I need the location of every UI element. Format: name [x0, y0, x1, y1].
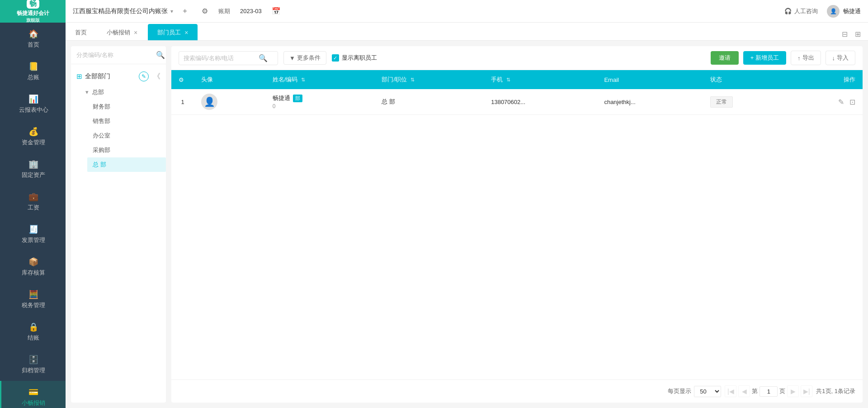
status-badge: 正常 — [710, 96, 733, 108]
company-dropdown-icon[interactable]: ▾ — [170, 8, 173, 14]
tab-minimize-icon[interactable]: ⊟ — [840, 28, 849, 40]
prev-page-button[interactable]: ◀ — [738, 385, 750, 397]
sidebar-item-home[interactable]: 🏠 首页 — [0, 23, 66, 55]
sidebar-item-funds[interactable]: 💰 资金管理 — [0, 120, 66, 153]
tab-expand-icon[interactable]: ⊞ — [853, 28, 863, 40]
sidebar-label-funds: 资金管理 — [22, 138, 45, 147]
tax-icon: 🧮 — [28, 289, 38, 299]
emp-dept: 总 部 — [382, 98, 395, 105]
next-page-button[interactable]: ▶ — [787, 385, 799, 397]
row-num-value: 1 — [181, 99, 184, 105]
sidebar-label-salary: 工资 — [28, 204, 39, 212]
dept-root-item[interactable]: ⊞ 全部部门 ✎ 《 — [71, 68, 166, 85]
dept-item-hq[interactable]: ▾ 总部 — [80, 85, 166, 100]
export-label: 导出 — [802, 54, 814, 62]
table-body: 1 👤 畅捷通 部 — [171, 89, 863, 115]
show-resigned-toggle[interactable]: ✓ 显示离职员工 — [332, 54, 377, 62]
col-settings[interactable]: ⚙ — [171, 70, 194, 89]
dept-item-finance[interactable]: 财务部 — [87, 100, 166, 114]
page-content: 🔍 ⊞ 全部部门 ✎ 《 ▾ 总部 — [66, 41, 868, 408]
sidebar-item-tax[interactable]: 🧮 税务管理 — [0, 283, 66, 316]
dept-finance-label: 财务部 — [93, 103, 110, 110]
sidebar-label-close: 结账 — [28, 334, 39, 342]
dept-item-general[interactable]: 总 部 — [87, 157, 166, 172]
logout-employee-button[interactable]: ⊡ — [849, 98, 855, 106]
dept-edit-icon[interactable]: ✎ — [139, 71, 149, 81]
tab-dept[interactable]: 部门员工 × — [148, 24, 198, 40]
edit-employee-button[interactable]: ✎ — [838, 98, 844, 106]
emp-search-input[interactable] — [184, 55, 256, 62]
dept-search-icon[interactable]: 🔍 — [156, 51, 165, 59]
service-label: 人工咨询 — [794, 7, 818, 15]
sidebar-item-inventory[interactable]: 📦 库存核算 — [0, 251, 66, 283]
invite-button[interactable]: 邀请 — [711, 51, 739, 65]
dept-collapse-icon[interactable]: 《 — [153, 72, 160, 81]
row-status-cell: 正常 — [703, 89, 789, 115]
dept-children: ▾ 总部 财务部 销售部 办公室 — [71, 85, 166, 172]
sidebar-label-home: 首页 — [28, 41, 39, 49]
filter-label: 更多条件 — [297, 54, 321, 62]
page-nav: |◀ ◀ 第 页 ▶ ▶| — [725, 385, 812, 397]
col-name-label: 姓名/编码 — [273, 76, 298, 83]
sidebar-item-expense[interactable]: 💳 小畅报销 — [0, 381, 66, 408]
dept-search-input[interactable] — [76, 52, 152, 58]
row-dept-cell: 总 部 — [374, 89, 484, 115]
dept-item-office[interactable]: 办公室 — [87, 128, 166, 143]
settings-icon[interactable]: ⚙ — [198, 5, 211, 18]
tabs-bar: 首页 小畅报销 × 部门员工 × ⊟ ⊞ — [66, 23, 868, 41]
col-dept-label: 部门/职位 — [382, 76, 407, 83]
page-size-selector: 每页显示 10 20 50 100 — [668, 386, 721, 397]
sidebar-item-invoice[interactable]: 🧾 发票管理 — [0, 218, 66, 251]
add-tab-button[interactable]: ＋ — [179, 5, 191, 18]
user-name: 畅捷通 — [843, 7, 861, 15]
col-settings-icon[interactable]: ⚙ — [179, 76, 184, 83]
sidebar-label-expense: 小畅报销 — [22, 399, 45, 407]
filter-button[interactable]: ▼ 更多条件 — [283, 51, 326, 65]
dept-sub-children: 财务部 销售部 办公室 采购部 — [80, 100, 166, 172]
col-name[interactable]: 姓名/编码 ⇅ — [265, 70, 375, 89]
page-total-info: 共1页, 1条记录 — [816, 387, 855, 395]
row-email-cell: chanjethkj... — [597, 89, 703, 115]
page-size-select[interactable]: 10 20 50 100 — [694, 386, 721, 397]
sidebar-label-reports: 云报表中心 — [19, 106, 48, 114]
dept-office-label: 办公室 — [93, 132, 110, 139]
col-email-label: Email — [604, 76, 619, 83]
assets-icon: 🏢 — [28, 159, 38, 169]
last-page-button[interactable]: ▶| — [801, 385, 812, 397]
sidebar-item-archive[interactable]: 🗄️ 归档管理 — [0, 348, 66, 381]
col-dept[interactable]: 部门/职位 ⇅ — [374, 70, 484, 89]
col-phone-label: 手机 — [491, 76, 503, 83]
dept-item-purchase[interactable]: 采购部 — [87, 143, 166, 157]
col-phone[interactable]: 手机 ⇅ — [484, 70, 597, 89]
sidebar-item-reports[interactable]: 📊 云报表中心 — [0, 88, 66, 120]
import-icon: ↓ — [832, 55, 835, 62]
first-page-button[interactable]: |◀ — [725, 385, 736, 397]
phone-sort-icon[interactable]: ⇅ — [506, 77, 510, 82]
sidebar-item-close[interactable]: 🔒 结账 — [0, 316, 66, 348]
service-button[interactable]: 🎧 人工咨询 — [784, 7, 818, 15]
page-input[interactable] — [760, 386, 778, 397]
search-icon[interactable]: 🔍 — [259, 54, 268, 62]
tab-expense[interactable]: 小畅报销 × — [97, 24, 147, 40]
add-employee-button[interactable]: + 新增员工 — [743, 51, 786, 65]
calendar-icon[interactable]: 📅 — [272, 7, 281, 15]
tab-home[interactable]: 首页 — [66, 24, 96, 40]
sidebar-item-assets[interactable]: 🏢 固定资产 — [0, 153, 66, 185]
top-bar-actions: ＋ ⚙ 账期 2023-03 📅 — [179, 5, 281, 18]
sidebar-item-ledger[interactable]: 📒 总账 — [0, 55, 66, 88]
logo-area: 畅 畅捷通好会计 旗舰版 — [0, 0, 66, 23]
tab-dept-close-icon[interactable]: × — [184, 29, 188, 36]
name-sort-icon[interactable]: ⇅ — [301, 77, 305, 82]
import-button[interactable]: ↓ 导入 — [826, 51, 856, 65]
dept-sort-icon[interactable]: ⇅ — [410, 77, 415, 82]
tab-expense-close-icon[interactable]: × — [134, 29, 137, 36]
period-value: 2023-03 — [240, 8, 262, 14]
import-label: 导入 — [837, 54, 849, 62]
resigned-checkbox[interactable]: ✓ — [332, 54, 339, 62]
user-area[interactable]: 👤 畅捷通 — [827, 5, 861, 18]
dept-root-label: 全部部门 — [85, 72, 110, 81]
emp-name-row: 畅捷通 部 — [273, 94, 368, 102]
dept-item-sales[interactable]: 销售部 — [87, 114, 166, 128]
export-button[interactable]: ↑ 导出 — [791, 51, 821, 65]
sidebar-item-salary[interactable]: 💼 工资 — [0, 185, 66, 218]
